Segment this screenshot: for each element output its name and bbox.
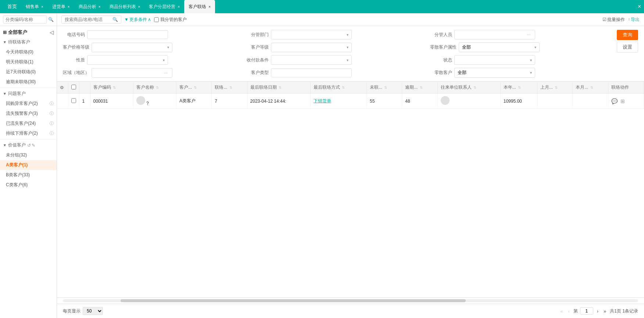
th-customer-code[interactable]: 客户编码 ⇅ <box>90 82 133 93</box>
nav-analysis-list[interactable]: 商品分析列表 × <box>105 0 145 13</box>
nav-home[interactable]: 首页 <box>3 0 21 13</box>
retail-customer-select[interactable]: 全部▾ <box>454 68 535 78</box>
page-number-input[interactable] <box>580 307 593 315</box>
message-icon[interactable]: 💬 <box>611 98 618 104</box>
all-customers-label[interactable]: 全部客户 <box>8 29 27 36</box>
th-overdue[interactable]: 逾期... ⇅ <box>402 82 437 93</box>
top-navigation: 首页 销售单 × 进货单 × 商品分析 × 商品分析列表 × 客户分层经营 × … <box>0 0 644 13</box>
sidebar-group-value[interactable]: ▼ 价值客户 ↺ ✎ <box>0 140 57 150</box>
close-customer-contact-tab[interactable]: × <box>208 5 211 9</box>
manager-input[interactable]: ··· <box>454 30 535 39</box>
close-sales-tab[interactable]: × <box>41 5 43 9</box>
settings-button[interactable]: 设置 <box>617 42 638 53</box>
sidebar-collapse-button[interactable]: ◁ <box>50 29 54 35</box>
th-this-year[interactable]: 本年... ⇅ <box>500 82 537 93</box>
filter-cell-retail-customer: 零散客户 全部▾ <box>430 68 609 78</box>
filter-cell-phone: 电话号码 <box>63 30 242 39</box>
qr-icon[interactable]: ⊞ <box>620 98 625 104</box>
sidebar-item-7days-contact[interactable]: 近7天待联络(0) <box>0 67 57 77</box>
sidebar-search-input[interactable] <box>3 15 47 24</box>
nav-sales[interactable]: 销售单 × <box>21 0 48 13</box>
phone-input[interactable] <box>87 30 168 39</box>
per-page-select[interactable]: 50 100 200 <box>83 307 103 315</box>
more-filters-button[interactable]: ▼ 更多条件 ∧ <box>124 17 151 23</box>
nav-analysis[interactable]: 商品分析 × <box>74 0 105 13</box>
chevron-down-icon-retail2: ▾ <box>530 71 532 75</box>
scroll-track[interactable] <box>63 299 638 302</box>
sidebar-item-tomorrow-contact[interactable]: 明天待联络(1) <box>0 57 57 67</box>
th-customer-type[interactable]: 客户... ⇅ <box>176 82 211 93</box>
sidebar-group-pending[interactable]: ▼ 待联络客户 <box>0 37 57 47</box>
row-checkbox <box>68 93 79 109</box>
sidebar-item-churned[interactable]: 已流失客户(24) ⓘ <box>0 119 57 128</box>
close-analysis-list-tab[interactable]: × <box>138 5 140 9</box>
my-customers-check[interactable] <box>154 17 159 22</box>
chevron-down-icon-retail: ▾ <box>534 45 536 49</box>
th-contacts-person[interactable]: 往来单位联系人 ⇅ <box>437 82 500 93</box>
sidebar-search-button[interactable]: 🔍 <box>48 17 54 22</box>
row-actions: 💬 ⊞ <box>608 93 644 109</box>
export-button[interactable]: ↑ 导出 <box>628 17 640 23</box>
sidebar-item-churn-warning[interactable]: 流失预警客户(3) ⓘ <box>0 109 57 119</box>
row-select-checkbox[interactable] <box>71 98 76 103</box>
sidebar-item-overdue-contact[interactable]: 逾期未联络(30) <box>0 77 57 87</box>
sidebar-group-problem[interactable]: ▼ 问题客户 <box>0 89 57 99</box>
close-purchase-tab[interactable]: × <box>68 5 70 9</box>
query-button[interactable]: 查询 <box>617 30 638 40</box>
th-contact[interactable]: 联络... ⇅ <box>212 82 247 93</box>
th-no-contact[interactable]: 未联... ⇅ <box>366 82 402 93</box>
dept-select[interactable]: ▾ <box>271 30 352 39</box>
nav-customer-segment[interactable]: 客户分层经营 × <box>144 0 184 13</box>
chevron-down-icon-status: ▾ <box>530 58 532 62</box>
th-customer-name[interactable]: 客户名称 ⇅ <box>133 82 176 93</box>
sidebar-item-today-contact[interactable]: 今天待联络(0) <box>0 47 57 57</box>
th-last-month[interactable]: 上月... ⇅ <box>537 82 573 93</box>
th-last-contact-date[interactable]: 最后联络日期 ⇅ <box>247 82 310 93</box>
first-page-button[interactable]: « <box>559 308 564 315</box>
nav-purchase[interactable]: 进货单 × <box>48 0 74 13</box>
close-customer-segment-tab[interactable]: × <box>178 5 180 9</box>
row-this-year: 10995.00 <box>500 93 537 109</box>
search-input[interactable] <box>65 17 112 22</box>
refresh-icon[interactable]: ↺ <box>27 143 31 148</box>
sidebar-item-repurchase-abnormal[interactable]: 回购异常客户(2) ⓘ <box>0 99 57 109</box>
status-select[interactable]: ▾ <box>454 55 535 65</box>
row-last-contact-method: 下销货单 <box>310 93 366 109</box>
customer-level-label: 客户等级 <box>247 44 269 50</box>
sidebar-item-ungrouped[interactable]: 未分组(32) <box>0 150 57 160</box>
customer-level-select[interactable]: ▾ <box>271 43 352 52</box>
my-customers-checkbox[interactable]: 我分管的客户 <box>154 17 187 23</box>
sidebar-item-b-customers[interactable]: B类客户(33) <box>0 170 57 180</box>
customer-type-input[interactable] <box>271 68 352 77</box>
page-next-button[interactable]: › <box>595 308 600 315</box>
page-last-button[interactable]: » <box>602 308 608 315</box>
filter-cell-payment: 收付款条件 ▾ <box>247 55 426 65</box>
region-dots[interactable]: ··· <box>162 70 169 75</box>
app-close-button[interactable]: × <box>638 3 641 10</box>
close-analysis-tab[interactable]: × <box>99 5 101 9</box>
search-icon[interactable]: 🔍 <box>112 17 118 22</box>
phone-label: 电话号码 <box>63 32 85 38</box>
nature-select[interactable]: ▾ <box>87 55 168 65</box>
retail-attr-select[interactable]: 全部▾ <box>459 42 540 52</box>
th-gear[interactable]: ⚙ <box>57 82 68 93</box>
select-all-checkbox[interactable] <box>71 85 76 89</box>
edit-icon[interactable]: ✎ <box>32 143 35 148</box>
more-icon[interactable]: ··· <box>525 32 532 37</box>
gear-icon[interactable]: ⚙ <box>60 85 64 90</box>
nav-customer-contact[interactable]: 客户联络 × <box>184 0 215 13</box>
scroll-thumb[interactable] <box>121 299 466 302</box>
prev-page-button[interactable]: ‹ <box>566 308 571 315</box>
sidebar-item-a-customers[interactable]: A类客户(1) <box>0 160 57 170</box>
th-last-contact-method[interactable]: 最后联络方式 ⇅ <box>310 82 366 93</box>
chevron-down-icon-dept: ▾ <box>347 33 348 37</box>
payment-select[interactable]: ▾ <box>271 55 352 65</box>
batch-ops-button[interactable]: ☑ 批量操作 <box>602 17 625 23</box>
region-select[interactable]: ··· <box>92 68 172 78</box>
sidebar-item-declining[interactable]: 持续下滑客户(2) ⓘ <box>0 128 57 138</box>
sidebar-item-c-customers[interactable]: C类客户(6) <box>0 180 57 190</box>
price-level-select[interactable]: ▾ <box>92 43 172 52</box>
th-this-month[interactable]: 本月... ⇅ <box>573 82 608 93</box>
info-icon-1: ⓘ <box>50 101 54 106</box>
contact-method-link[interactable]: 下销货单 <box>314 98 331 103</box>
